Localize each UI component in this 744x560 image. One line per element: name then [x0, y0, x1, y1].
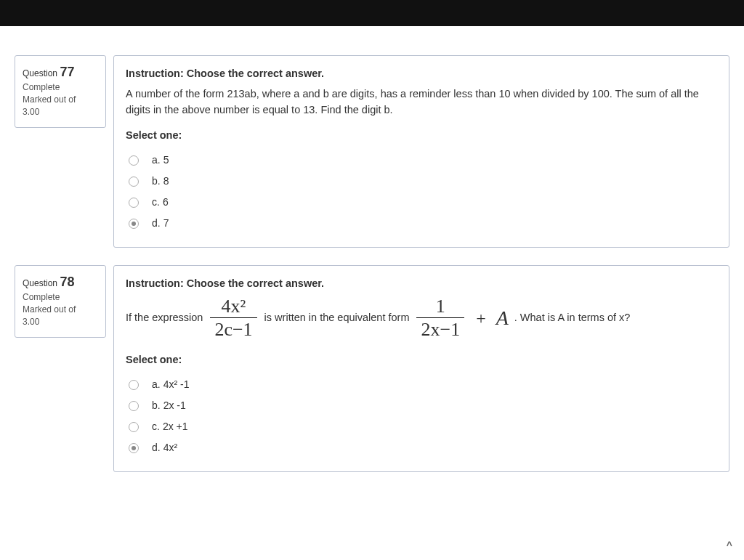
marked-out-of-label: Marked out of: [23, 304, 98, 316]
radio-icon[interactable]: [129, 155, 139, 166]
radio-icon[interactable]: [129, 422, 139, 432]
marked-out-of-label: Marked out of: [23, 94, 98, 106]
option-d[interactable]: d.7: [126, 213, 717, 234]
option-key: d.: [152, 217, 161, 229]
question-number: 78: [60, 275, 74, 289]
question-text: A number of the form 213ab, where a and …: [126, 86, 717, 118]
radio-icon[interactable]: [129, 443, 139, 453]
option-text: 2x -1: [163, 399, 186, 411]
page-content: Question 77 Complete Marked out of 3.00 …: [0, 26, 744, 504]
question-78: Question 78 Complete Marked out of 3.00 …: [15, 265, 729, 472]
question-content: Instruction: Choose the correct answer. …: [113, 55, 729, 248]
radio-icon[interactable]: [129, 198, 139, 208]
option-a[interactable]: a.4x² -1: [126, 374, 717, 395]
question-status: Complete: [23, 291, 98, 304]
option-c[interactable]: c.6: [126, 192, 717, 213]
question-text: If the expression 4x² 2c−1 is written in…: [126, 296, 717, 340]
option-label: d.4x²: [152, 440, 177, 455]
option-label: a.4x² -1: [152, 377, 189, 392]
marked-out-of-value: 3.00: [23, 106, 98, 118]
option-label: c.2x +1: [152, 419, 188, 434]
question-77: Question 77 Complete Marked out of 3.00 …: [15, 55, 729, 248]
option-key: d.: [152, 442, 161, 453]
radio-icon[interactable]: [129, 401, 139, 411]
option-text: 5: [163, 154, 169, 166]
fraction-numerator: 4x²: [217, 296, 251, 317]
fraction-2: 1 2x−1: [416, 296, 464, 340]
option-d[interactable]: d.4x²: [126, 437, 717, 458]
select-one-label: Select one:: [126, 352, 717, 368]
options-list: a.5 b.8 c.6: [126, 150, 717, 234]
question-number: 77: [60, 65, 74, 79]
question-info-box: Question 78 Complete Marked out of 3.00: [15, 265, 106, 338]
question-label: Question: [23, 278, 57, 288]
option-text: 7: [163, 217, 169, 229]
question-content: Instruction: Choose the correct answer. …: [113, 265, 729, 472]
text-suffix: . What is A in terms of x?: [514, 310, 631, 326]
radio-icon[interactable]: [129, 219, 139, 229]
option-text: 4x² -1: [163, 378, 190, 390]
variable-A: A: [496, 303, 509, 333]
fraction-denominator: 2c−1: [210, 317, 256, 339]
question-info-box: Question 77 Complete Marked out of 3.00: [15, 55, 106, 128]
option-text: 2x +1: [163, 421, 188, 432]
text-prefix: If the expression: [126, 310, 203, 326]
option-key: b.: [152, 399, 161, 411]
option-key: c.: [152, 196, 160, 208]
option-text: 6: [163, 196, 169, 208]
plus-sign: +: [476, 305, 486, 331]
option-b[interactable]: b.2x -1: [126, 395, 717, 416]
fraction-denominator: 2x−1: [416, 317, 464, 339]
radio-icon[interactable]: [129, 380, 139, 390]
option-label: d.7: [152, 216, 169, 231]
question-status: Complete: [23, 81, 98, 94]
marked-out-of-value: 3.00: [23, 316, 98, 328]
option-label: b.8: [152, 174, 169, 189]
option-text: 4x²: [163, 442, 177, 453]
option-label: c.6: [152, 195, 169, 210]
fraction-numerator: 1: [432, 296, 450, 317]
select-one-label: Select one:: [126, 128, 717, 144]
fraction-1: 4x² 2c−1: [210, 296, 256, 340]
option-key: c.: [152, 421, 160, 432]
option-a[interactable]: a.5: [126, 150, 717, 171]
instruction-text: Instruction: Choose the correct answer.: [126, 66, 717, 82]
option-key: a.: [152, 154, 161, 166]
radio-icon[interactable]: [129, 176, 139, 187]
option-key: b.: [152, 175, 161, 187]
option-b[interactable]: b.8: [126, 171, 717, 192]
question-label: Question: [23, 68, 57, 78]
option-c[interactable]: c.2x +1: [126, 416, 717, 437]
option-text: 8: [163, 175, 169, 187]
option-label: b.2x -1: [152, 398, 186, 413]
instruction-text: Instruction: Choose the correct answer.: [126, 276, 717, 292]
option-key: a.: [152, 378, 161, 390]
top-bar: [0, 0, 744, 26]
option-label: a.5: [152, 153, 169, 168]
text-mid: is written in the equivalent form: [264, 310, 410, 326]
options-list: a.4x² -1 b.2x -1 c.2x +1: [126, 374, 717, 458]
